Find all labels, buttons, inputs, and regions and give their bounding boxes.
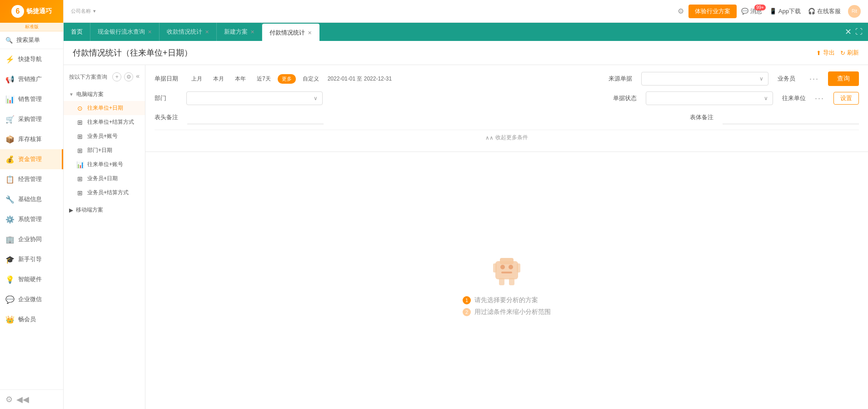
query-button[interactable]: 查询 <box>828 71 859 86</box>
refresh-icon: ↻ <box>840 50 845 56</box>
collapse-sidebar-icon[interactable]: ◀◀ <box>16 394 29 404</box>
sidebar-item-quick-nav[interactable]: ⚡ 快捷导航 <box>0 49 63 69</box>
sidebar-item-sales[interactable]: 📊 销售管理 <box>0 89 63 109</box>
sidebar-item-label: 营销推广 <box>18 75 42 83</box>
sidebar-item-basic[interactable]: 🔧 基础信息 <box>0 189 63 209</box>
scheme-settings-button[interactable]: ⚙ <box>124 72 133 81</box>
date-range-display: 2022-01-01 至 2022-12-31 <box>328 75 392 83</box>
tabbar-expand-icon[interactable]: ⛶ <box>855 28 863 36</box>
topbar-messages[interactable]: 💬 消息 99+ <box>741 7 762 15</box>
svg-rect-5 <box>493 263 497 273</box>
tab-bank-flow-close[interactable]: ✕ <box>148 29 152 35</box>
scheme-dept-date[interactable]: ⊞ 部门+日期 <box>64 143 145 157</box>
tab-new-scheme-close[interactable]: ✕ <box>250 29 254 35</box>
staff-more-btn[interactable]: ··· <box>809 74 819 84</box>
header-note-label: 表头备注 <box>155 113 178 121</box>
settings-button[interactable]: 设置 <box>833 92 859 105</box>
sidebar-bottom: ⚙ ◀◀ <box>0 389 63 409</box>
search-icon: 🔍 <box>5 37 13 44</box>
date-last-month[interactable]: 上月 <box>187 74 206 84</box>
sidebar: 6 畅捷通巧 标准版 🔍 搜索菜单 ⚡ 快捷导航 📢 营销推广 📊 销售管理 🛒… <box>0 0 64 409</box>
scheme-partner-settle[interactable]: ⊞ 往来单位+结算方式 <box>64 115 145 129</box>
topbar-settings-icon[interactable]: ⚙ <box>678 7 684 15</box>
trial-button[interactable]: 体验行业方案 <box>688 5 737 18</box>
scheme-staff-account[interactable]: ⊞ 业务员+账号 <box>64 129 145 143</box>
tab-collection-close[interactable]: ✕ <box>205 29 209 35</box>
mobile-arrow-icon: ▶ <box>69 207 73 213</box>
sidebar-item-label: 畅会员 <box>18 315 36 323</box>
sidebar-item-smart-hw[interactable]: 💡 智能硬件 <box>0 269 63 289</box>
company-dropdown-icon[interactable]: ▾ <box>93 8 96 14</box>
filter-area: 单据日期 上月 本月 本年 近7天 更多 自定义 2022-01-01 至 20… <box>145 65 868 152</box>
sidebar-item-purchase[interactable]: 🛒 采购管理 <box>0 109 63 129</box>
source-label: 来源单据 <box>609 75 632 83</box>
svg-rect-7 <box>499 278 504 285</box>
export-button[interactable]: ⬆ 导出 <box>816 49 835 57</box>
step1-circle: 1 <box>463 296 471 304</box>
doc-status-select[interactable]: ∨ <box>646 91 773 105</box>
tab-payment[interactable]: 付款情况统计 ✕ <box>262 24 319 42</box>
filter-panel: 按以下方案查询 + ⚙ « ▼ 电脑端方案 ⊙ 往来单位+日期 <box>64 65 145 409</box>
date-custom[interactable]: 自定义 <box>299 74 323 84</box>
topbar-service[interactable]: 🎧 在线客服 <box>808 7 841 15</box>
sidebar-item-newbie[interactable]: 🎓 新手引导 <box>0 249 63 269</box>
sidebar-item-member[interactable]: 👑 畅会员 <box>0 309 63 329</box>
date-this-year[interactable]: 本年 <box>231 74 250 84</box>
tab-payment-close[interactable]: ✕ <box>308 30 312 36</box>
scheme-staff-settle[interactable]: ⊞ 业务员+结算方式 <box>64 186 145 200</box>
date-this-month[interactable]: 本月 <box>209 74 228 84</box>
source-select[interactable]: ∨ <box>641 72 768 86</box>
tabbar-close-all-icon[interactable]: ✕ <box>845 27 852 37</box>
mobile-group-header[interactable]: ▶ 移动端方案 <box>64 203 145 217</box>
filter-row-1: 单据日期 上月 本月 本年 近7天 更多 自定义 2022-01-01 至 20… <box>155 71 859 86</box>
scheme-staff-account-label: 业务员+账号 <box>87 132 118 140</box>
dept-select[interactable]: ∨ <box>186 91 323 105</box>
sidebar-item-label: 系统管理 <box>18 215 42 223</box>
sidebar-item-corp-wechat[interactable]: 💬 企业微信 <box>0 289 63 309</box>
sidebar-search[interactable]: 🔍 搜索菜单 <box>0 31 63 49</box>
sidebar-item-inventory[interactable]: 📦 库存核算 <box>0 129 63 149</box>
date-last-7-days[interactable]: 近7天 <box>253 74 275 84</box>
user-avatar[interactable]: Rit <box>848 5 861 18</box>
doc-status-chevron-icon: ∨ <box>764 95 768 101</box>
scheme-partner-account-icon: 📊 <box>76 161 84 168</box>
sidebar-item-label: 企业协同 <box>18 235 42 243</box>
sidebar-item-finance[interactable]: 💰 资金管理 <box>0 149 63 169</box>
body-note-input[interactable] <box>723 111 859 124</box>
date-more[interactable]: 更多 <box>278 74 296 84</box>
scheme-staff-date[interactable]: ⊞ 业务员+日期 <box>64 172 145 186</box>
settings-bottom-icon[interactable]: ⚙ <box>5 394 13 404</box>
tab-home[interactable]: 首页 <box>64 23 90 41</box>
sidebar-item-marketing[interactable]: 📢 营销推广 <box>0 69 63 89</box>
date-options: 上月 本月 本年 近7天 更多 自定义 2022-01-01 至 2022-12… <box>187 74 392 84</box>
tab-bank-flow[interactable]: 现金银行流水查询 ✕ <box>90 23 160 41</box>
desktop-group-header[interactable]: ▼ 电脑端方案 <box>64 88 145 101</box>
empty-step2: 2 用过滤条件来缩小分析范围 <box>463 308 551 316</box>
collapse-panel-icon[interactable]: « <box>136 72 140 81</box>
tab-bank-flow-label: 现金银行流水查询 <box>98 28 145 36</box>
newbie-icon: 🎓 <box>5 255 15 264</box>
tab-collection[interactable]: 收款情况统计 ✕ <box>160 23 217 41</box>
main-area: 公司名称 ▾ ⚙ 体验行业方案 💬 消息 99+ 📱 App下载 🎧 在线客服 … <box>64 0 868 409</box>
add-scheme-button[interactable]: + <box>112 72 121 81</box>
sidebar-item-label: 企业微信 <box>18 295 42 303</box>
scheme-partner-date[interactable]: ⊙ 往来单位+日期 <box>64 101 145 115</box>
topbar-app-download[interactable]: 📱 App下载 <box>769 7 801 15</box>
sidebar-item-label: 快捷导航 <box>18 55 42 63</box>
refresh-button[interactable]: ↻ 刷新 <box>840 49 859 57</box>
empty-step1: 1 请先选择要分析的方案 <box>463 296 551 304</box>
desktop-group-label: 电脑端方案 <box>76 91 104 98</box>
service-icon: 🎧 <box>808 8 815 15</box>
sidebar-item-operations[interactable]: 📋 经营管理 <box>0 169 63 189</box>
system-icon: ⚙️ <box>5 215 15 224</box>
tab-new-scheme[interactable]: 新建方案 ✕ <box>217 23 262 41</box>
scheme-partner-account[interactable]: 📊 往来单位+账号 <box>64 157 145 172</box>
header-note-input[interactable] <box>187 111 324 124</box>
messages-badge: 99+ <box>754 5 766 10</box>
svg-rect-8 <box>509 278 514 285</box>
collapse-more-btn[interactable]: ∧∧ 收起更多条件 <box>155 130 859 145</box>
staff-label: 业务员 <box>778 75 800 83</box>
sidebar-item-corp[interactable]: 🏢 企业协同 <box>0 229 63 249</box>
sidebar-item-system[interactable]: ⚙️ 系统管理 <box>0 209 63 229</box>
partner-more-btn[interactable]: ··· <box>815 94 824 103</box>
